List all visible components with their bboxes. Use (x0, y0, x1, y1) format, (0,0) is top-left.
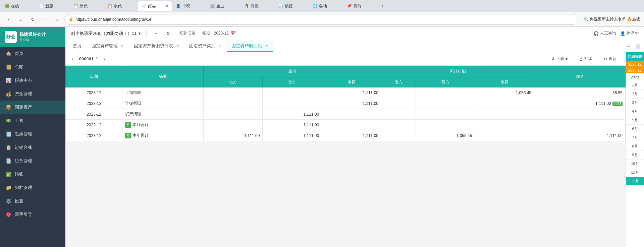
period-selected-bottom[interactable]: 2023.12 (626, 67, 644, 73)
period-month-item[interactable]: 4月 (626, 107, 644, 116)
sidebar-item-payroll[interactable]: 💵 工资 (0, 114, 65, 127)
settings-icon: ⚙️ (5, 198, 11, 204)
period-month-item[interactable]: 10月 (626, 160, 644, 168)
tab-asset-category[interactable]: 固定资产类别 ✕ (184, 41, 226, 52)
guide-icon: 🎯 (5, 211, 11, 218)
cell-net-value: 1,111.00 (534, 130, 626, 141)
cell-accum-credit (416, 87, 475, 98)
period-month-item[interactable]: 7月 (626, 133, 644, 142)
download-button[interactable]: ⬇ 下载 ▾ (548, 54, 571, 63)
tab-bar: 🟢 在线 📄 新版 📋 易代 📋 易代 ☁️ 好会 ✕ 👤 个税 🏢 企业 (0, 0, 644, 12)
col-orig-balance: 余额 (322, 77, 381, 87)
sidebar-item-closing[interactable]: ✅ 结账 (0, 168, 65, 181)
period-month-item[interactable]: 12月 (626, 177, 644, 186)
tab-asset-detail-ledger[interactable]: 固定资产明细账 ✕ (227, 41, 273, 52)
browser-tab-gedi[interactable]: 🌐 各地 (309, 1, 343, 11)
cell-orig-debit: 1,111.00 (203, 130, 263, 141)
col-summary: 摘要 (122, 66, 203, 87)
browser-tab-qiye[interactable]: 🏢 企业 (207, 1, 240, 11)
cell-date: 2023-12 (66, 98, 122, 109)
period-month-item[interactable]: 2月 (626, 90, 644, 99)
url-input[interactable]: 🔒 https://cloud.chanjet.com/accounting/u… (64, 14, 578, 25)
next-page-button[interactable]: › (102, 55, 106, 63)
col-accum-debit: 借方 (381, 77, 416, 87)
sidebar-item-tax[interactable]: 📑 税务管理 (0, 154, 65, 168)
close-icon[interactable]: ✕ (176, 44, 179, 48)
period-month-item[interactable]: 2023 (626, 73, 644, 81)
browser-tab-tencent[interactable]: 🐧 腾讯 (241, 1, 274, 11)
download-icon: ⬇ (551, 57, 555, 61)
sidebar-item-settings[interactable]: ⚙️ 设置 (0, 194, 65, 208)
browser-actions: 🔍 央视更新主持人名单 🔥热搜 (584, 16, 640, 22)
cell-orig-debit (203, 120, 263, 130)
sidebar-item-fund[interactable]: 💰 资金管理 (0, 87, 65, 101)
company-selector[interactable]: 刘小艳演示账套（勿删勿动！）11 ▾ (71, 30, 141, 37)
close-icon[interactable]: ✕ (121, 44, 124, 48)
archive-icon: 📁 (5, 185, 11, 191)
cell-summary: 上期结转 (122, 87, 203, 98)
minimize-button[interactable]: – (625, 43, 632, 50)
help-button[interactable]: 🎧 人工咨询 (594, 30, 616, 36)
period-month-item[interactable]: 6月 (626, 125, 644, 133)
maximize-button[interactable]: ⬜ (635, 43, 641, 50)
new-tab-button[interactable]: + (378, 1, 387, 11)
period-month-item[interactable]: 8月 (626, 142, 644, 151)
logo-icon: 好会 (5, 31, 17, 43)
switch-version-button[interactable]: 切到旧版 (177, 29, 198, 38)
browser-tab-muqian[interactable]: 📌 目前 (343, 1, 377, 11)
table-row: 2023-12 资产清理 1,111.00 (66, 109, 626, 120)
browser-tab-changjie[interactable]: 📊 畅捷 (275, 1, 309, 11)
print-button[interactable]: 🖨 打印 (575, 54, 596, 63)
period-month-item[interactable]: 9月 (626, 151, 644, 160)
home-button[interactable]: ⌂ (40, 15, 50, 24)
settings-btn[interactable]: ⚙ (164, 30, 173, 37)
sidebar-item-invoice[interactable]: 📃 发票管理 (0, 127, 65, 141)
browser-tab-yidai2[interactable]: 📋 易代 (104, 1, 138, 11)
cell-accum-balance (475, 120, 534, 130)
sidebar-item-reports[interactable]: 📊 报表中心 (0, 74, 65, 87)
browser-tab-yidai1[interactable]: 📋 易代 (70, 1, 103, 11)
app-header: 刘小艳演示账套（勿删勿动！）11 ▾ + ⚙ 切到旧版 账期 2023-12 📅… (65, 27, 644, 40)
tab-fixed-assets-mgmt[interactable]: 固定资产管理 ✕ (87, 41, 128, 52)
period-month-item[interactable]: 5月 (626, 116, 644, 125)
close-icon[interactable]: ✕ (218, 44, 221, 48)
assets-icon: 📦 (5, 104, 11, 110)
cell-net-value: 1,111.002023 (534, 98, 626, 109)
sidebar-item-archive[interactable]: 📁 归档管理 (0, 181, 65, 194)
sidebar-item-guide[interactable]: 🎯 新手引导 (0, 208, 65, 221)
table-row: 2023-12 上期结转 1,111.00 1,055.45 55.55 (66, 87, 626, 98)
prev-page-button[interactable]: ‹ (71, 55, 75, 63)
close-icon[interactable]: ✕ (265, 44, 268, 48)
sidebar-item-home[interactable]: 🏠 首页 (0, 47, 65, 60)
browser-tab-haokuai[interactable]: ☁️ 好会 ✕ (138, 1, 172, 11)
period-month-item[interactable]: 11月 (626, 168, 644, 177)
sidebar-item-purchase-sale[interactable]: 📋 进销台账 (0, 141, 65, 154)
period-month-item[interactable]: 1月 (626, 81, 644, 90)
tab-home[interactable]: 首页 (68, 41, 86, 52)
cell-accum-credit: 1,055.45 (416, 130, 475, 141)
back-button[interactable]: ‹ (4, 15, 13, 24)
bookmark-button[interactable]: ☆ (52, 15, 62, 24)
col-date: 日期 (66, 66, 122, 87)
user-icon: 👤 (620, 31, 625, 36)
cell-accum-balance (475, 98, 534, 109)
sidebar-item-ledger[interactable]: 📒 总账 (0, 60, 65, 74)
user-button[interactable]: 👤 徐泽华 (620, 30, 639, 36)
tab-depreciation-stat[interactable]: 固定资产折旧统计表 ✕ (129, 41, 184, 52)
col-net-value: 净值 (534, 66, 626, 87)
sidebar-item-fixed-assets[interactable]: 📦 固定资产 (0, 101, 65, 114)
refresh-button[interactable]: ↻ (28, 15, 38, 24)
forward-button[interactable]: › (16, 15, 25, 24)
add-company-button[interactable]: + (152, 30, 160, 37)
cell-orig-balance: 1,111.00 (322, 87, 381, 98)
browser-tab-online[interactable]: 🟢 在线 (1, 1, 35, 11)
close-icon[interactable]: ✕ (165, 4, 168, 8)
browser-tab-geshui[interactable]: 👤 个税 (172, 1, 206, 11)
period-month-item[interactable]: 3月 (626, 99, 644, 107)
cell-accum-credit (416, 109, 475, 120)
refresh-button[interactable]: ↻ 刷新 (600, 54, 620, 63)
search-action[interactable]: 🔍 央视更新主持人名单 🔥热搜 (584, 16, 640, 22)
browser-tab-new[interactable]: 📄 新版 (36, 1, 69, 11)
period-selected-top[interactable]: 2023.12 (626, 61, 644, 67)
refresh-icon: ↻ (604, 57, 607, 61)
